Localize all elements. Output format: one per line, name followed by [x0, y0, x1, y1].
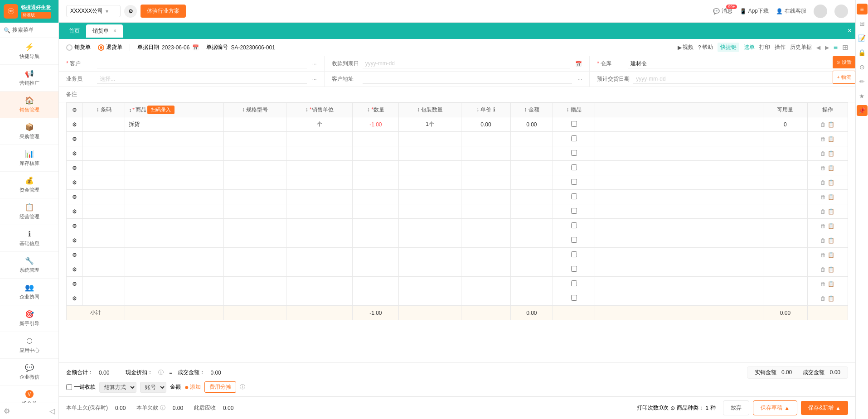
cell-pkg-qty-5[interactable]	[399, 190, 461, 204]
cell-amount-3[interactable]	[510, 161, 553, 175]
cell-unit-price-6[interactable]	[461, 204, 511, 219]
tab-close-icon[interactable]: ×	[113, 28, 116, 34]
cell-settings-8[interactable]: ⚙	[67, 233, 83, 248]
cell-settings-4[interactable]: ⚙	[67, 175, 83, 190]
trial-button[interactable]: 体验行业方案	[141, 5, 186, 18]
delete-icon-2[interactable]: 🗑	[820, 150, 826, 157]
cell-barcode-8[interactable]	[83, 233, 125, 248]
cell-gift-2[interactable]	[553, 146, 595, 161]
salesperson-input[interactable]	[97, 74, 307, 84]
cell-settings-5[interactable]: ⚙	[67, 190, 83, 204]
app-download-button[interactable]: 📱 App下载	[740, 7, 769, 15]
calendar-icon[interactable]: 📅	[192, 44, 199, 51]
cell-qty-0[interactable]: -1.00	[353, 117, 399, 132]
cell-product-0[interactable]: 拆货	[125, 117, 224, 132]
cell-pkg-qty-2[interactable]	[399, 146, 461, 161]
cell-spec-9[interactable]	[224, 248, 286, 262]
cell-unit-price-2[interactable]	[461, 146, 511, 161]
cell-spec-7[interactable]	[224, 219, 286, 233]
cell-barcode-10[interactable]	[83, 262, 125, 277]
operate-btn[interactable]: 操作	[775, 43, 786, 51]
view-grid-icon[interactable]: ⊞	[842, 43, 848, 52]
sidebar-item-guide[interactable]: 🎯 新手引导	[0, 305, 58, 332]
sidebar-item-marketing[interactable]: 📢 营销推广	[0, 65, 58, 92]
cell-barcode-4[interactable]	[83, 175, 125, 190]
cell-pkg-qty-10[interactable]	[399, 262, 461, 277]
copy-icon-2[interactable]: 📋	[828, 150, 834, 157]
cell-unit-4[interactable]	[286, 175, 353, 190]
help-btn[interactable]: ? 帮助	[698, 43, 713, 51]
cell-amount-1[interactable]	[510, 132, 553, 146]
cell-product-9[interactable]	[125, 248, 224, 262]
delete-icon-1[interactable]: 🗑	[820, 136, 826, 142]
cell-qty-5[interactable]	[353, 190, 399, 204]
delete-icon-5[interactable]: 🗑	[820, 194, 826, 200]
right-panel-grid-icon[interactable]: ⊞	[857, 18, 868, 29]
cell-unit-3[interactable]	[286, 161, 353, 175]
copy-icon-5[interactable]: 📋	[828, 194, 834, 200]
tab-home[interactable]: 首页	[63, 24, 86, 38]
message-button[interactable]: 💬 消息 99+	[713, 7, 732, 15]
cell-amount-6[interactable]	[510, 204, 553, 219]
cell-unit-8[interactable]	[286, 233, 353, 248]
cell-amount-8[interactable]	[510, 233, 553, 248]
copy-icon-7[interactable]: 📋	[828, 223, 834, 229]
cell-pkg-qty-8[interactable]	[399, 233, 461, 248]
cell-pkg-qty-12[interactable]	[399, 291, 461, 306]
cell-gift-4[interactable]	[553, 175, 595, 190]
cell-amount-11[interactable]	[510, 277, 553, 291]
cell-product-12[interactable]	[125, 291, 224, 306]
cell-unit-price-10[interactable]	[461, 262, 511, 277]
cell-gift-3[interactable]	[553, 161, 595, 175]
right-panel-star-icon[interactable]: ★	[857, 91, 868, 101]
cell-spec-8[interactable]	[224, 233, 286, 248]
delete-icon-6[interactable]: 🗑	[820, 208, 826, 215]
sidebar-item-inventory[interactable]: 📊 库存核算	[0, 145, 58, 172]
collapse-icon[interactable]: ◁	[49, 407, 55, 415]
scan-barcode-button[interactable]: 扫码录入	[147, 106, 175, 114]
sidebar-search[interactable]: 🔍 搜索菜单	[0, 23, 58, 38]
cell-pkg-qty-7[interactable]	[399, 219, 461, 233]
cell-spec-4[interactable]	[224, 175, 286, 190]
user-avatar-2[interactable]	[834, 5, 848, 18]
cell-qty-12[interactable]	[353, 291, 399, 306]
cell-settings-2[interactable]: ⚙	[67, 146, 83, 161]
cell-settings-7[interactable]: ⚙	[67, 219, 83, 233]
sidebar-item-finance[interactable]: 💰 资金管理	[0, 172, 58, 198]
sidebar-item-basic[interactable]: ℹ 基础信息	[0, 225, 58, 252]
cell-amount-2[interactable]	[510, 146, 553, 161]
next-icon[interactable]: ▶	[825, 44, 829, 51]
copy-icon-8[interactable]: 📋	[828, 237, 834, 244]
cell-unit-11[interactable]	[286, 277, 353, 291]
cell-product-8[interactable]	[125, 233, 224, 248]
cell-qty-9[interactable]	[353, 248, 399, 262]
copy-icon-1[interactable]: 📋	[828, 136, 834, 142]
cell-product-2[interactable]	[125, 146, 224, 161]
cash-discount-info[interactable]: ⓘ	[158, 369, 164, 376]
cell-unit-9[interactable]	[286, 248, 353, 262]
cell-qty-11[interactable]	[353, 277, 399, 291]
cell-qty-10[interactable]	[353, 262, 399, 277]
cell-qty-2[interactable]	[353, 146, 399, 161]
cell-unit-price-11[interactable]	[461, 277, 511, 291]
view-list-icon[interactable]: ≡	[834, 43, 838, 52]
cell-gift-8[interactable]	[553, 233, 595, 248]
cell-amount-10[interactable]	[510, 262, 553, 277]
th-amount[interactable]: ↕ 金额	[510, 103, 553, 117]
cell-unit-price-4[interactable]	[461, 175, 511, 190]
cell-pkg-qty-0[interactable]: 1个	[399, 117, 461, 132]
cell-settings-6[interactable]: ⚙	[67, 204, 83, 219]
cell-unit-10[interactable]	[286, 262, 353, 277]
product-type-radio[interactable]: ⊙	[670, 405, 675, 411]
right-panel-edit-icon[interactable]: 📝	[857, 33, 868, 43]
delete-icon-3[interactable]: 🗑	[820, 165, 826, 171]
cell-amount-4[interactable]	[510, 175, 553, 190]
cell-barcode-3[interactable]	[83, 161, 125, 175]
right-panel-list-icon[interactable]: ≡	[857, 4, 868, 14]
cell-spec-2[interactable]	[224, 146, 286, 161]
cell-spec-3[interactable]	[224, 161, 286, 175]
cell-amount-7[interactable]	[510, 219, 553, 233]
settings-icon[interactable]: ⚙	[4, 407, 10, 415]
sidebar-item-system[interactable]: 🔧 系统管理	[0, 252, 58, 279]
sidebar-item-enterprise[interactable]: 👥 企业协同	[0, 279, 58, 305]
